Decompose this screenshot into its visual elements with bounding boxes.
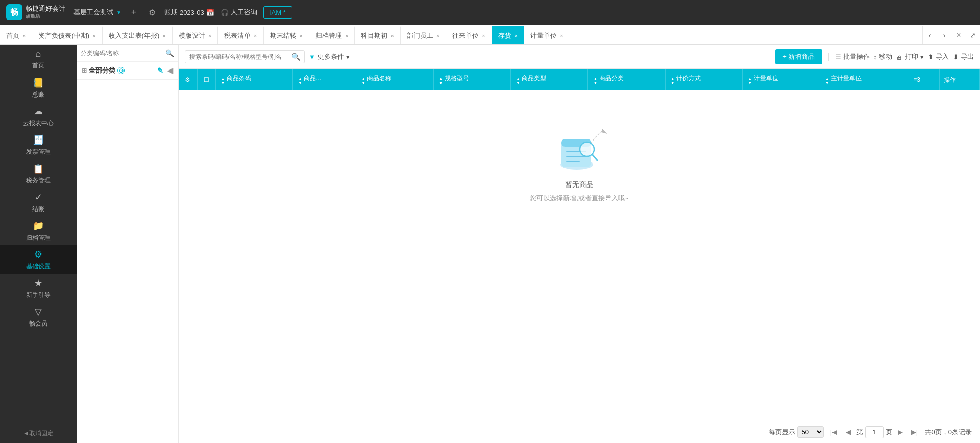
tab-taxclear[interactable]: 税表清单 × bbox=[218, 26, 263, 44]
close-tab-period-end[interactable]: × bbox=[300, 33, 303, 39]
first-page-button[interactable]: |◀ bbox=[828, 426, 840, 438]
tab-template[interactable]: 模版设计 × bbox=[173, 26, 218, 44]
product-search-icon[interactable]: 🔍 bbox=[291, 53, 300, 61]
member-icon: ▽ bbox=[35, 306, 42, 317]
sidebar-home-label: 首页 bbox=[32, 61, 44, 70]
close-tab-archive[interactable]: × bbox=[345, 33, 348, 39]
sidebar-item-report[interactable]: ☁ 云报表中心 bbox=[0, 102, 77, 131]
sidebar-item-invoice[interactable]: 🧾 发票管理 bbox=[0, 131, 77, 159]
print-button[interactable]: 🖨 打印 ▾ bbox=[896, 52, 924, 61]
prev-page-button[interactable]: ◀ bbox=[842, 426, 854, 438]
col-price-method[interactable]: ▲▼ 计价方式 bbox=[665, 69, 742, 90]
close-all-tabs-button[interactable]: × bbox=[951, 26, 966, 44]
tab-subject[interactable]: 科目期初 × bbox=[355, 26, 400, 44]
close-tab-template[interactable]: × bbox=[208, 33, 211, 39]
tab-income[interactable]: 收入支出表(年报) × bbox=[103, 26, 173, 44]
col-extra-icon: ≡ bbox=[913, 76, 917, 83]
close-tab-subject[interactable]: × bbox=[390, 33, 394, 39]
col-name[interactable]: ▲▼ 商品名称 bbox=[356, 69, 433, 90]
close-tab-dept[interactable]: × bbox=[436, 33, 439, 39]
tab-scroll-right-button[interactable]: › bbox=[937, 26, 951, 44]
tab-nav-buttons: ‹ › × ⤢ bbox=[922, 26, 980, 44]
tab-dept[interactable]: 部门员工 × bbox=[401, 26, 446, 44]
grid-icon: ⊞ bbox=[82, 67, 87, 74]
sidebar-item-tax[interactable]: 📋 税务管理 bbox=[0, 159, 77, 188]
batch-ops-icon: ☰ bbox=[835, 53, 841, 61]
export-button[interactable]: ⬇ 导出 bbox=[953, 52, 974, 61]
sidebar-item-home[interactable]: ⌂ 首页 bbox=[0, 45, 77, 74]
last-page-button[interactable]: ▶| bbox=[909, 426, 921, 438]
more-filter-button[interactable]: ▼ 更多条件 ▾ bbox=[309, 52, 350, 61]
category-search-icon[interactable]: 🔍 bbox=[165, 49, 174, 57]
settle-icon: ✓ bbox=[35, 192, 42, 203]
tab-expand-button[interactable]: ⤢ bbox=[966, 26, 980, 44]
sidebar-unpin[interactable]: ◄取消固定 bbox=[0, 424, 77, 443]
sidebar-item-ledger[interactable]: 📒 总账 bbox=[0, 74, 77, 102]
close-tab-income[interactable]: × bbox=[162, 33, 165, 39]
import-label: 导入 bbox=[936, 52, 949, 61]
svg-marker-1 bbox=[601, 129, 607, 134]
empty-svg bbox=[549, 121, 615, 177]
close-tab-home[interactable]: × bbox=[22, 33, 26, 39]
col-spec[interactable]: ▲▼ 规格型号 bbox=[433, 69, 510, 90]
col-category[interactable]: ▲▼ 商品分类 bbox=[588, 69, 665, 90]
sidebar-item-member[interactable]: ▽ 畅会员 bbox=[0, 302, 77, 331]
col-extra[interactable]: ≡3 bbox=[909, 69, 939, 90]
print-icon: 🖨 bbox=[896, 53, 903, 61]
tab-unit[interactable]: 计量单位 × bbox=[524, 26, 570, 44]
col-type[interactable]: ▲▼ 商品类型 bbox=[511, 69, 588, 90]
close-tab-unit[interactable]: × bbox=[560, 33, 563, 39]
col-check[interactable]: ☐ bbox=[197, 69, 215, 90]
col-code[interactable]: ▲▼ 商品... bbox=[292, 69, 356, 90]
close-tab-trading[interactable]: × bbox=[482, 33, 485, 39]
collapse-panel-icon[interactable]: ◀ bbox=[167, 66, 173, 75]
left-panel-header: ⊞ 全部分类 ⊙ ✎ ◀ bbox=[77, 62, 178, 80]
next-page-button[interactable]: ▶ bbox=[894, 426, 906, 438]
per-page-label: 每页显示 bbox=[769, 428, 795, 437]
product-search-input[interactable] bbox=[189, 53, 291, 60]
col-barcode[interactable]: ▲▼ 商品条码 bbox=[215, 69, 292, 90]
batch-ops-label: 批量操作 bbox=[843, 52, 870, 61]
settings-gear-icon[interactable]: ⚙ bbox=[146, 6, 158, 18]
move-button[interactable]: ↕ 移动 bbox=[874, 52, 893, 61]
close-tab-taxclear[interactable]: × bbox=[254, 33, 257, 39]
tab-trading[interactable]: 往来单位 × bbox=[446, 26, 492, 44]
sidebar-item-settle[interactable]: ✓ 结账 bbox=[0, 188, 77, 217]
tab-balance[interactable]: 资产负债表(中期) × bbox=[32, 26, 102, 44]
service-button[interactable]: 🎧 人工咨询 bbox=[220, 8, 257, 17]
tab-scroll-left-button[interactable]: ‹ bbox=[923, 26, 937, 44]
export-label: 导出 bbox=[961, 52, 974, 61]
company-selector[interactable]: 基层工会测试 ▼ bbox=[74, 8, 121, 17]
category-search-input[interactable] bbox=[81, 50, 165, 57]
period-label: 账期 bbox=[164, 8, 178, 17]
tab-bar: 首页 × 资产负债表(中期) × 收入支出表(年报) × 模版设计 × 税表清单… bbox=[0, 25, 980, 45]
edit-category-icon[interactable]: ✎ bbox=[157, 66, 163, 75]
batch-ops-button[interactable]: ☰ 批量操作 bbox=[835, 52, 870, 61]
tab-archive[interactable]: 归档管理 × bbox=[309, 26, 355, 44]
tab-period-end[interactable]: 期末结转 × bbox=[264, 26, 309, 44]
page-number-input[interactable] bbox=[865, 426, 884, 438]
calendar-icon[interactable]: 📅 bbox=[206, 9, 214, 16]
sidebar-item-newbie[interactable]: ★ 新手引导 bbox=[0, 274, 77, 302]
add-tab-button[interactable]: + bbox=[128, 6, 140, 18]
tab-inventory[interactable]: 存货 × bbox=[492, 26, 524, 44]
iam-button[interactable]: iAM * bbox=[263, 6, 292, 19]
import-button[interactable]: ⬆ 导入 bbox=[928, 52, 949, 61]
total-records-info: 共0页，0条记录 bbox=[925, 428, 972, 437]
app-name: 畅捷通好会计 bbox=[26, 5, 65, 13]
left-panel-container: 🔍 ⊞ 全部分类 ⊙ ✎ ◀ bbox=[77, 45, 980, 443]
period-info: 账期 2023-03 📅 bbox=[164, 8, 214, 17]
sidebar-item-basic[interactable]: ⚙ 基础设置 bbox=[0, 245, 77, 274]
sidebar-tax-label: 税务管理 bbox=[26, 176, 51, 185]
per-page-select[interactable]: 50 10 20 100 bbox=[797, 426, 824, 438]
col-settings[interactable]: ⚙ bbox=[179, 69, 197, 90]
tab-home[interactable]: 首页 × bbox=[0, 26, 32, 44]
close-tab-balance[interactable]: × bbox=[92, 33, 95, 39]
close-tab-inventory[interactable]: × bbox=[514, 33, 518, 39]
col-unit[interactable]: ▲▼ 计量单位 bbox=[743, 69, 820, 90]
data-table: ⚙ ☐ ▲▼ 商品条码 ▲▼ 商品... bbox=[179, 69, 980, 421]
col-main-unit[interactable]: ▲▼ 主计量单位 bbox=[820, 69, 909, 90]
new-product-button[interactable]: + 新增商品 bbox=[775, 49, 822, 64]
tab-unit-label: 计量单位 bbox=[530, 31, 557, 40]
sidebar-item-archive[interactable]: 📁 归档管理 bbox=[0, 217, 77, 245]
